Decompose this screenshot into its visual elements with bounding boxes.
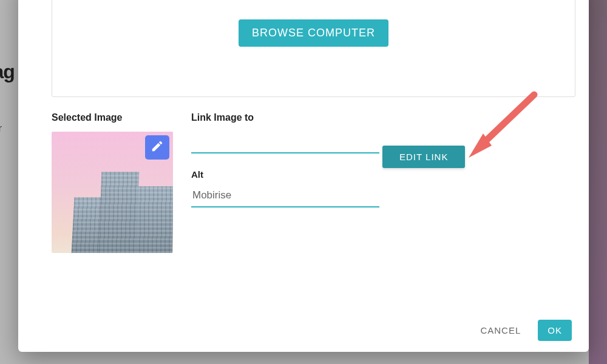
browse-computer-button[interactable]: BROWSE COMPUTER	[239, 19, 388, 47]
upload-dropzone[interactable]: or BROWSE COMPUTER	[52, 0, 575, 97]
pencil-icon	[151, 140, 164, 155]
upload-or-text: or	[52, 0, 575, 6]
selected-image-label: Selected Image	[52, 112, 173, 123]
alt-label: Alt	[191, 169, 495, 180]
thumbnail-artwork	[52, 168, 173, 253]
cancel-button[interactable]: CANCEL	[474, 320, 527, 340]
edit-link-button[interactable]: EDIT LINK	[382, 146, 465, 168]
edit-image-button[interactable]	[145, 135, 169, 160]
modal-footer: CANCEL OK	[474, 320, 572, 341]
link-image-to-label: Link Image to	[191, 112, 495, 123]
image-editor-modal: or BROWSE COMPUTER Selected Image	[18, 0, 589, 352]
link-image-input[interactable]	[191, 132, 379, 153]
image-form: Selected Image Link Image to	[52, 112, 575, 309]
selected-image-thumbnail[interactable]	[52, 132, 173, 253]
ok-button[interactable]: OK	[538, 320, 572, 341]
alt-text-input[interactable]	[191, 186, 379, 207]
